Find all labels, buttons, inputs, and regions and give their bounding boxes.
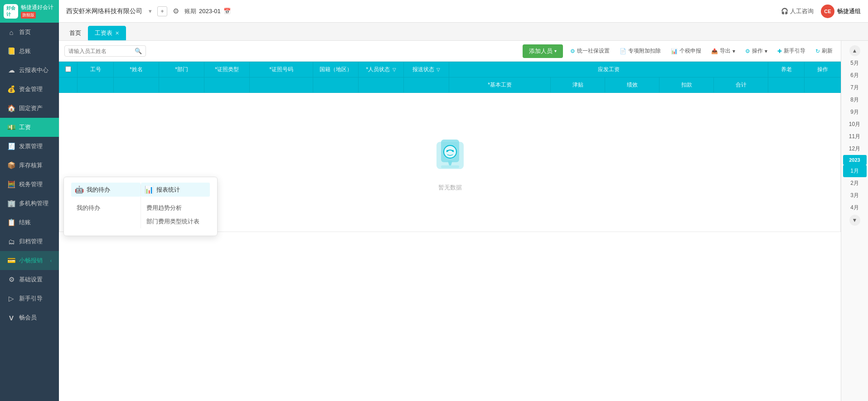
calendar-panel: ▲ 5月 6月 7月 8月 9月 10月 11月 12月 2023 1月 2月 … [841,41,868,401]
tab-home[interactable]: 首页 [63,26,88,40]
sidebar-item-home[interactable]: ⌂ 首页 [0,23,59,42]
sub-report [404,77,449,93]
sidebar-label-salary: 工资 [19,123,31,131]
col-header-dept: *部门 [159,62,204,77]
personal-tax-action[interactable]: 📊 个税申报 [668,45,704,57]
home-icon: ⌂ [7,29,15,36]
cal-month-11[interactable]: 11月 [843,130,867,143]
sidebar-label-home: 首页 [19,28,31,36]
sub-allowance: 津贴 [551,77,605,93]
app-badge: 旗舰版 [21,12,36,19]
add-person-label: 添加人员 [529,47,553,55]
sidebar-item-vip[interactable]: V 畅会员 [0,308,59,327]
search-input[interactable] [68,48,132,54]
logo-text-block: 畅捷通好会计 旗舰版 [21,4,53,19]
tab-salary-close[interactable]: ✕ [115,30,119,36]
app-logo: 好会计 畅捷通好会计 旗舰版 [0,0,59,23]
sub-name [114,77,159,93]
svg-point-4 [452,150,454,152]
sidebar: 好会计 畅捷通好会计 旗舰版 ⌂ 首页 📒 总账 ☁ 云报表中心 💰 资金管理 … [0,0,59,401]
period-value: 2023-01 [199,8,221,14]
sidebar-label-org: 多机构管理 [19,199,48,208]
sidebar-item-guide[interactable]: ▷ 新手引导 [0,289,59,308]
accounting-period: 账期 2023-01 📅 [184,7,231,15]
sidebar-item-inventory[interactable]: 📦 库存核算 [0,156,59,175]
report-filter-icon[interactable]: ▽ [436,67,440,72]
export-action[interactable]: 📤 导出 ▾ [708,45,738,57]
sidebar-item-invoice[interactable]: 🧾 发票管理 [0,137,59,156]
cal-month-6[interactable]: 6月 [843,69,867,82]
sidebar-item-salary[interactable]: 💵 工资 [0,118,59,137]
archive-icon: 🗂 [7,238,15,246]
popup-item-mytodo[interactable]: 我的待办 [75,201,137,215]
tab-home-label: 首页 [69,29,81,37]
org-icon: 🏢 [7,199,15,208]
sub-dept [159,77,204,93]
toolbar-right: 添加人员 ▾ ⚙ 统一社保设置 📄 专项附加扣除 📊 个税申报 [523,44,835,58]
sidebar-label-closing: 结账 [19,218,31,227]
refresh-action[interactable]: ↻ 刷新 [813,45,835,57]
new-guide-action[interactable]: ✚ 新手引导 [775,45,808,57]
popup-col-todo: 🤖 我的待办 我的待办 [71,184,141,228]
sidebar-item-cloud-report[interactable]: ☁ 云报表中心 [0,61,59,80]
fund-icon: 💰 [7,85,15,93]
sidebar-label-tax: 税务管理 [19,180,43,188]
service-label: 人工咨询 [790,7,814,15]
sidebar-item-tax[interactable]: 🧮 税务管理 [0,175,59,194]
popup-stats-title: 📊 报表统计 [141,183,210,197]
header-settings-button[interactable]: ⚙ [173,7,179,15]
sub-status [359,77,404,93]
cal-month-3[interactable]: 3月 [843,189,867,202]
col-header-checkbox[interactable] [59,62,78,77]
social-insurance-action[interactable]: ⚙ 统一社保设置 [567,45,612,57]
sidebar-item-archive[interactable]: 🗂 归档管理 [0,232,59,251]
social-insurance-label: 统一社保设置 [577,47,610,55]
collapse-icon: ‹ [50,258,52,263]
sidebar-item-fixed-assets[interactable]: 🏠 固定资产 [0,99,59,118]
sidebar-item-expense[interactable]: 💳 小畅报销 ‹ [0,251,59,270]
search-icon[interactable]: 🔍 [135,48,142,54]
popup-col-stats: 📊 报表统计 费用趋势分析 部门费用类型统计表 [141,184,210,228]
sidebar-item-closing[interactable]: 📋 结账 [0,213,59,232]
cal-month-1[interactable]: 1月 [843,165,867,177]
sidebar-item-basic[interactable]: ⚙ 基础设置 [0,270,59,289]
special-deduct-action[interactable]: 📄 专项附加扣除 [617,45,664,57]
sub-pension [768,77,805,93]
cal-month-7[interactable]: 7月 [843,82,867,94]
cloud-icon: ☁ [7,66,15,74]
cal-month-12[interactable]: 12月 [843,143,867,155]
sidebar-item-multi-org[interactable]: 🏢 多机构管理 [0,194,59,213]
cal-month-9[interactable]: 9月 [843,106,867,118]
col-header-country: 国籍（地区） [313,62,359,77]
sidebar-item-fund[interactable]: 💰 资金管理 [0,80,59,99]
search-box: 🔍 [64,45,146,57]
status-filter-icon[interactable]: ▽ [393,67,396,72]
cal-month-2[interactable]: 2月 [843,177,867,189]
operation-action[interactable]: ⚙ 操作 ▾ [742,45,770,57]
tab-salary[interactable]: 工资表 ✕ [88,26,126,40]
popup-item-dept-cost[interactable]: 部门费用类型统计表 [145,215,207,228]
header-add-button[interactable]: + [157,6,167,16]
sidebar-item-ledger[interactable]: 📒 总账 [0,42,59,61]
service-button[interactable]: 🎧 人工咨询 [781,7,814,15]
add-person-button[interactable]: 添加人员 ▾ [523,44,563,58]
select-all-checkbox[interactable] [65,66,71,72]
company-dropdown-icon[interactable]: ▾ [149,8,152,14]
popup-item-cost-trend[interactable]: 费用趋势分析 [145,201,207,215]
user-avatar: CE [821,5,834,18]
user-profile[interactable]: CE 畅捷通组 [821,5,861,18]
refresh-icon: ↻ [815,48,820,54]
cal-month-4[interactable]: 4月 [843,202,867,214]
cal-month-5[interactable]: 5月 [843,57,867,69]
calendar-down-nav[interactable]: ▼ [849,215,860,226]
calendar-icon[interactable]: 📅 [223,8,231,14]
cal-month-10[interactable]: 10月 [843,118,867,130]
user-initials: CE [824,9,831,14]
cal-month-8[interactable]: 8月 [843,94,867,106]
calendar-up-nav[interactable]: ▲ [849,45,860,56]
toolbar: 🔍 添加人员 ▾ ⚙ 统一社保设置 📄 专项附加扣除 [59,41,841,62]
col-header-action: 操作 [805,62,841,77]
sidebar-label-expense: 小畅报销 [19,256,43,265]
sub-checkbox [59,77,78,93]
period-label: 账期 [184,7,196,15]
